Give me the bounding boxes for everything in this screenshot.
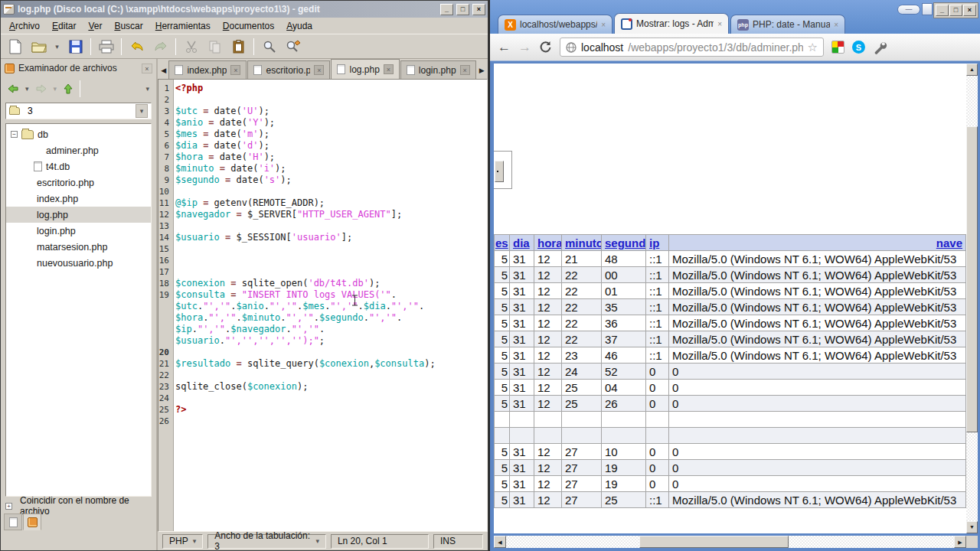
gedit-titlebar[interactable]: log.php (Disco local (C:) \xampp\htdocs\… [1, 1, 488, 18]
language-combo[interactable]: PHP ▾ [162, 534, 203, 549]
bookmark-star-icon[interactable]: ☆ [808, 41, 818, 54]
match-filename-expander[interactable]: + Coincidir con el nombre de archivo [1, 498, 156, 514]
address-bar[interactable]: localhost/webapps/proyecto1/3/db/adminer… [560, 37, 824, 57]
browser-tab-adminer[interactable]: Mostrar: logs - Adminer× [614, 13, 729, 34]
code-token: <?php [175, 83, 203, 93]
maximize-button[interactable]: □ [456, 4, 469, 15]
line-number: 6 [158, 140, 170, 152]
redo-button[interactable] [149, 36, 172, 57]
skype-extension-icon[interactable]: S [852, 41, 865, 54]
tree-item-log.php[interactable]: log.php [6, 207, 151, 223]
open-button[interactable] [28, 36, 50, 57]
horizontal-scrollbar[interactable]: ◀ ▶ [494, 536, 966, 548]
close-button[interactable]: × [963, 5, 976, 16]
avg-extension-icon[interactable] [831, 41, 844, 54]
cut-button[interactable] [180, 36, 202, 57]
close-button[interactable]: × [472, 4, 485, 15]
browser-minimize-button[interactable]: — [897, 5, 920, 15]
tab-scroll-left-button[interactable]: ◀ [158, 62, 168, 79]
more-actions-dropdown[interactable]: ▾ [143, 80, 152, 98]
code-editor[interactable]: 1<?php23$utc = date('U');4$anio = date('… [158, 79, 488, 532]
vertical-scrollbar-thumb[interactable] [966, 126, 978, 432]
menu-ayuda[interactable]: Ayuda [281, 19, 318, 33]
editor-tab-log.php[interactable]: log.php× [331, 59, 399, 79]
tree-item-login.php[interactable]: login.php [6, 223, 151, 239]
scroll-down-icon[interactable]: ▼ [966, 521, 978, 533]
tab-width-combo[interactable]: Ancho de la tabulación: 3 ▾ [207, 534, 326, 549]
panel-close-icon[interactable]: × [142, 64, 152, 73]
minimize-button[interactable]: _ [936, 5, 949, 16]
tree-item-matarsesion.php[interactable]: matarsesion.php [6, 239, 151, 255]
minimize-button[interactable]: _ [440, 4, 453, 15]
column-header-link[interactable]: ip [649, 236, 659, 249]
cell [646, 428, 669, 444]
documents-panel-tab[interactable] [4, 514, 22, 530]
tree-item-index.php[interactable]: index.php [6, 191, 151, 207]
open-dropdown-button[interactable]: ▾ [51, 36, 63, 57]
new-document-button[interactable] [4, 36, 26, 57]
editor-tab-index.php[interactable]: index.php× [168, 60, 247, 79]
tab-close-icon[interactable]: × [384, 64, 394, 74]
file-browser-panel-tab[interactable] [23, 514, 41, 530]
up-button[interactable] [61, 80, 75, 98]
tab-close-icon[interactable]: × [460, 65, 470, 75]
browser-titlebar[interactable]: Xlocalhost/webapps/proy×Mostrar: logs - … [490, 0, 980, 34]
find-button[interactable] [258, 36, 280, 57]
column-header-link[interactable]: segundo [605, 236, 646, 249]
menu-ver[interactable]: Ver [83, 19, 107, 33]
scroll-up-icon[interactable]: ▲ [966, 64, 978, 76]
menu-documentos[interactable]: Documentos [217, 19, 279, 33]
tree-item-t4t.db[interactable]: t4t.db [6, 158, 151, 174]
collapse-icon[interactable]: − [11, 131, 18, 138]
save-button[interactable] [64, 36, 87, 57]
tab-scroll-right-button[interactable]: ▶ [477, 62, 487, 79]
undo-button[interactable] [126, 36, 148, 57]
horizontal-scrollbar-thumb[interactable] [639, 536, 789, 548]
tree-item-nuevousuario.php[interactable]: nuevousuario.php [6, 255, 151, 271]
browser-maximize-button[interactable] [922, 3, 933, 15]
paste-button[interactable] [227, 36, 250, 57]
tree-item-escritorio.php[interactable]: escritorio.php [6, 174, 151, 191]
combo-dropdown-button[interactable]: ▾ [136, 104, 148, 118]
vertical-scrollbar[interactable]: ▲ ▼ [966, 64, 978, 533]
editor-tab-escritorio.php[interactable]: escritorio.php× [247, 60, 330, 79]
scroll-right-icon[interactable]: ▶ [954, 536, 966, 548]
copy-button[interactable] [204, 36, 226, 57]
column-header-link[interactable]: minuto [565, 236, 602, 249]
column-header-link[interactable]: es [495, 236, 508, 249]
scroll-left-icon[interactable]: ◀ [494, 536, 506, 548]
tab-close-icon[interactable]: × [314, 65, 324, 75]
column-header-link[interactable]: hora [537, 236, 562, 249]
editor-tab-login.php[interactable]: login.php× [400, 60, 476, 79]
print-button[interactable] [95, 36, 117, 57]
menu-editar[interactable]: Editar [47, 19, 81, 33]
menu-buscar[interactable]: Buscar [109, 19, 148, 33]
back-button[interactable] [5, 80, 21, 98]
tab-close-icon[interactable]: × [834, 21, 838, 29]
browser-forward-button[interactable]: → [518, 41, 531, 54]
menu-archivo[interactable]: Archivo [4, 19, 45, 33]
folder-icon [9, 107, 20, 115]
location-combobox[interactable]: 3 ▾ [5, 103, 152, 119]
maximize-button[interactable]: □ [949, 5, 962, 16]
tree-item-db[interactable]: −db [6, 126, 151, 142]
code-token: date( [208, 106, 241, 116]
tree-item-adminer.php[interactable]: adminer.php [6, 142, 151, 158]
code-token: 'db/t4t.db' [308, 278, 368, 289]
browser-back-button[interactable]: ← [498, 41, 511, 54]
menu-herramientas[interactable]: Herramientas [150, 19, 216, 33]
forward-button[interactable] [34, 80, 49, 98]
partial-select[interactable] [495, 161, 504, 182]
back-dropdown[interactable]: ▾ [23, 80, 31, 98]
tab-close-icon[interactable]: × [717, 20, 722, 28]
find-replace-button[interactable] [282, 36, 304, 57]
tab-close-icon[interactable]: × [230, 65, 240, 75]
wrench-menu-icon[interactable] [873, 40, 887, 54]
browser-tab-xampp[interactable]: Xlocalhost/webapps/proy× [498, 15, 612, 34]
browser-tab-php[interactable]: phpPHP: date - Manual× [730, 15, 845, 34]
reload-button[interactable] [539, 41, 552, 54]
column-header-link[interactable]: dia [513, 236, 530, 249]
forward-dropdown[interactable]: ▾ [51, 80, 60, 98]
tab-close-icon[interactable]: × [601, 21, 606, 29]
column-header-link[interactable]: nave [936, 236, 962, 249]
